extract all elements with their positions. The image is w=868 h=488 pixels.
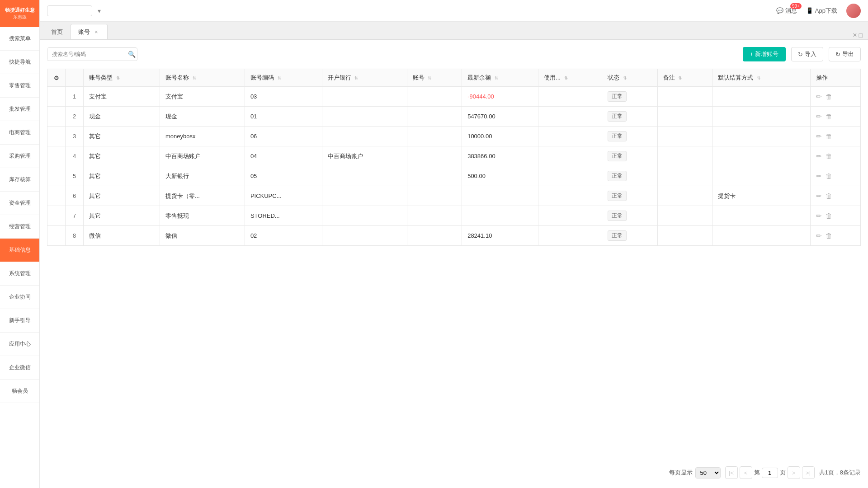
delete-icon[interactable]: 🗑 <box>826 232 832 239</box>
sidebar-menu: 搜索菜单快捷导航零售管理批发管理电商管理采购管理库存核算资金管理经营管理基础信息… <box>0 27 39 488</box>
import-button[interactable]: ↻ 导入 <box>791 47 823 61</box>
edit-icon[interactable]: ✏ <box>816 172 822 180</box>
table-cell: 4 <box>66 146 84 166</box>
delete-icon[interactable]: 🗑 <box>826 172 832 180</box>
account-sort-icon: ⇅ <box>428 75 431 80</box>
last-page-button[interactable]: >| <box>802 466 815 479</box>
name-column-header[interactable]: 账号名称 ⇅ <box>160 69 245 87</box>
delete-icon[interactable]: 🗑 <box>826 152 832 160</box>
next-page-button[interactable]: > <box>788 466 800 479</box>
actions-cell: ✏🗑 <box>810 166 860 186</box>
remark-column-header[interactable]: 备注 ⇅ <box>657 69 712 87</box>
prev-page-button[interactable]: < <box>740 466 752 479</box>
notification-button[interactable]: 💬 消息 99+ <box>776 7 797 15</box>
tab-close-icon[interactable]: × <box>93 28 100 36</box>
delete-icon[interactable]: 🗑 <box>826 113 832 120</box>
default-settle-column-header[interactable]: 默认结算方式 ⇅ <box>712 69 810 87</box>
main-area: ▾ 💬 消息 99+ 📱 App下载 首页 账号 × × □ <box>40 0 868 488</box>
usage-column-header[interactable]: 使用... ⇅ <box>538 69 602 87</box>
table-cell: 中百商场账户 <box>322 146 407 166</box>
per-page-dropdown[interactable]: 50 100 200 <box>695 467 721 479</box>
action-icons: ✏🗑 <box>816 192 855 200</box>
sidebar-item-0[interactable]: 搜索菜单 <box>0 27 39 51</box>
download-button[interactable]: 📱 App下载 <box>806 7 837 15</box>
search-button[interactable]: 🔍 <box>124 48 137 61</box>
status-column-header[interactable]: 状态 ⇅ <box>602 69 657 87</box>
table-cell <box>712 127 810 146</box>
table-cell: 其它 <box>84 166 160 186</box>
tab-account[interactable]: 账号 × <box>71 24 108 39</box>
type-column-header[interactable]: 账号类型 ⇅ <box>84 69 160 87</box>
sidebar-item-11[interactable]: 企业协同 <box>0 286 39 309</box>
tab-maximize-icon[interactable]: □ <box>859 32 863 39</box>
sidebar-item-label-1: 快捷导航 <box>9 58 31 66</box>
action-icons: ✏🗑 <box>816 93 855 101</box>
delete-icon[interactable]: 🗑 <box>826 192 832 200</box>
table-cell <box>538 127 602 146</box>
table-cell: 6 <box>66 186 84 206</box>
header-search-input[interactable] <box>47 5 92 16</box>
sidebar-item-14[interactable]: 企业微信 <box>0 356 39 380</box>
sidebar-item-12[interactable]: 新手引导 <box>0 309 39 333</box>
toolbar-right: + 新增账号 ↻ 导入 ↻ 导出 <box>743 47 861 61</box>
action-icons: ✏🗑 <box>816 212 855 220</box>
page-number-input[interactable] <box>762 468 778 478</box>
edit-icon[interactable]: ✏ <box>816 212 822 220</box>
code-column-header[interactable]: 账号编码 ⇅ <box>245 69 322 87</box>
table-cell <box>407 146 462 166</box>
status-cell: 正常 <box>602 206 657 226</box>
sidebar-item-10[interactable]: 系统管理 <box>0 262 39 286</box>
header-nav: ▾ <box>47 5 103 16</box>
sidebar-item-5[interactable]: 采购管理 <box>0 145 39 168</box>
edit-icon[interactable]: ✏ <box>816 93 822 101</box>
table-body: 1支付宝支付宝03-90444.00正常✏🗑2现金现金01547670.00正常… <box>47 87 861 246</box>
sidebar-item-15[interactable]: 畅会员 <box>0 380 39 403</box>
balance-column-header[interactable]: 最新余额 ⇅ <box>462 69 538 87</box>
delete-icon[interactable]: 🗑 <box>826 132 832 140</box>
actions-cell: ✏🗑 <box>810 107 860 127</box>
actions-cell: ✏🗑 <box>810 87 860 107</box>
first-page-button[interactable]: |< <box>725 466 738 479</box>
delete-icon[interactable]: 🗑 <box>826 93 832 100</box>
gear-column-header[interactable]: ⚙ <box>47 69 66 87</box>
table-cell: 零售抵现 <box>160 206 245 226</box>
tab-home[interactable]: 首页 <box>43 24 71 39</box>
page-nav: |< < 第 页 > >| <box>725 466 815 479</box>
actions-cell: ✏🗑 <box>810 146 860 166</box>
table-cell: 383866.00 <box>462 146 538 166</box>
sidebar-item-13[interactable]: 应用中心 <box>0 333 39 356</box>
dropdown-arrow-icon[interactable]: ▾ <box>96 5 103 16</box>
search-input[interactable] <box>47 48 124 60</box>
status-badge: 正常 <box>608 230 627 241</box>
sidebar-item-4[interactable]: 电商管理 <box>0 121 39 145</box>
total-label: 共1页，8条记录 <box>819 469 861 477</box>
sidebar-item-7[interactable]: 资金管理 <box>0 192 39 215</box>
name-sort-icon: ⇅ <box>193 75 196 80</box>
table-cell: 500.00 <box>462 166 538 186</box>
add-account-button[interactable]: + 新增账号 <box>743 47 786 61</box>
edit-icon[interactable]: ✏ <box>816 192 822 200</box>
table-cell <box>322 127 407 146</box>
sidebar-item-9[interactable]: 基础信息 <box>0 239 39 262</box>
sidebar-item-1[interactable]: 快捷导航 <box>0 51 39 74</box>
sidebar-item-2[interactable]: 零售管理 <box>0 74 39 98</box>
export-button[interactable]: ↻ 导出 <box>829 47 861 61</box>
tab-close-window-icon[interactable]: × <box>853 31 857 39</box>
sidebar-item-3[interactable]: 批发管理 <box>0 98 39 121</box>
sidebar-item-6[interactable]: 库存核算 <box>0 168 39 192</box>
bank-column-header[interactable]: 开户银行 ⇅ <box>322 69 407 87</box>
edit-icon[interactable]: ✏ <box>816 113 822 121</box>
status-badge: 正常 <box>608 191 627 201</box>
edit-icon[interactable]: ✏ <box>816 152 822 160</box>
table-cell: 其它 <box>84 186 160 206</box>
delete-icon[interactable]: 🗑 <box>826 212 832 220</box>
table-cell: 支付宝 <box>84 87 160 107</box>
edit-icon[interactable]: ✏ <box>816 232 822 240</box>
sidebar-item-8[interactable]: 经营管理 <box>0 215 39 239</box>
table-cell: PICKUPC... <box>245 186 322 206</box>
edit-icon[interactable]: ✏ <box>816 132 822 141</box>
sidebar-item-label-8: 经营管理 <box>9 223 31 230</box>
table-cell: 8 <box>66 226 84 246</box>
avatar[interactable] <box>846 4 861 18</box>
account-column-header[interactable]: 账号 ⇅ <box>407 69 462 87</box>
